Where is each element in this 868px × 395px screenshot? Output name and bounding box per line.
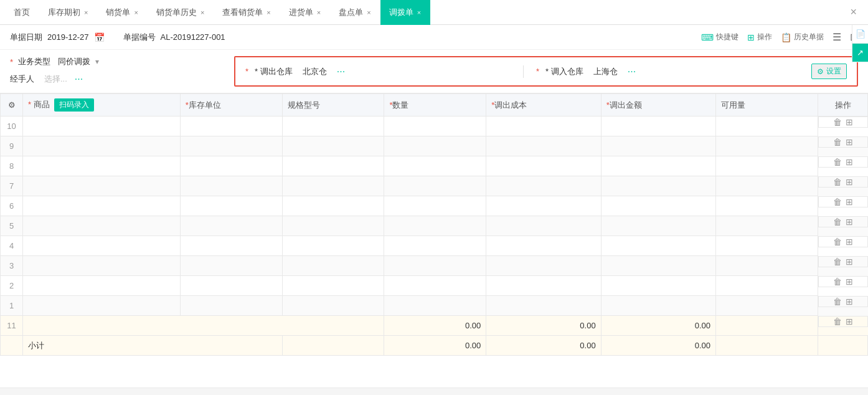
copy-icon-subtotal[interactable]: ⊞ [846,316,853,326]
layout-button1[interactable]: ☰ [833,31,841,43]
copy-icon-3[interactable]: ⊞ [846,257,853,267]
row-unit-2[interactable] [180,276,282,296]
row-spec-8[interactable] [282,156,384,176]
row-goods-5[interactable] [23,216,181,236]
tab-view-sales[interactable]: 查看销货单 × [214,0,280,25]
tab-inventory-init[interactable]: 库存期初 × [39,0,97,25]
row-unit-9[interactable] [180,136,282,156]
row-qty-3[interactable] [384,256,486,276]
delete-icon-2[interactable]: 🗑 [833,277,842,287]
copy-icon-1[interactable]: ⊞ [846,297,853,307]
calendar-icon[interactable]: 📅 [94,32,105,42]
copy-icon-6[interactable]: ⊞ [846,197,853,207]
row-amount-8[interactable] [601,156,715,176]
tab-stocktake[interactable]: 盘点单 × [330,0,380,25]
copy-icon-4[interactable]: ⊞ [846,237,853,247]
delete-icon-10[interactable]: 🗑 [833,117,842,127]
row-unit-8[interactable] [180,156,282,176]
copy-icon-7[interactable]: ⊞ [846,177,853,187]
delete-icon-7[interactable]: 🗑 [833,177,842,187]
tab-close-sales-order[interactable]: × [134,9,138,16]
row-spec-9[interactable] [282,136,384,156]
business-type-value[interactable]: 同价调拨 [58,56,90,67]
row-cost-2[interactable] [486,276,601,296]
row-qty-1[interactable] [384,296,486,316]
row-qty-6[interactable] [384,196,486,216]
row-goods-8[interactable] [23,156,181,176]
row-cost-9[interactable] [486,136,601,156]
row-amount-1[interactable] [601,296,715,316]
copy-icon-9[interactable]: ⊞ [846,137,853,147]
warehouse-in-more-icon[interactable]: ··· [628,66,636,77]
delete-icon-5[interactable]: 🗑 [833,217,842,227]
close-window-icon[interactable]: × [844,6,863,19]
warehouse-out-more-icon[interactable]: ··· [337,66,345,77]
row-unit-5[interactable] [180,216,282,236]
row-qty-9[interactable] [384,136,486,156]
row-cost-8[interactable] [486,156,601,176]
tab-transfer[interactable]: 调拨单 × [380,0,430,25]
tab-close-view-sales[interactable]: × [267,9,270,16]
dropdown-arrow-icon[interactable]: ▾ [95,57,99,66]
tab-close-stocktake[interactable]: × [367,9,370,16]
row-spec-1[interactable] [282,296,384,316]
horizontal-scrollbar[interactable] [0,388,868,395]
row-qty-7[interactable] [384,176,486,196]
row-goods-4[interactable] [23,236,181,256]
row-amount-5[interactable] [601,216,715,236]
row-goods-9[interactable] [23,136,181,156]
copy-icon-8[interactable]: ⊞ [846,157,853,167]
col-gear[interactable]: ⚙ [1,94,23,117]
row-spec-4[interactable] [282,236,384,256]
row-unit-1[interactable] [180,296,282,316]
delete-icon-3[interactable]: 🗑 [833,257,842,267]
row-cost-4[interactable] [486,236,601,256]
row-goods-3[interactable] [23,256,181,276]
tab-purchase[interactable]: 进货单 × [280,0,330,25]
copy-icon-5[interactable]: ⊞ [846,217,853,227]
sidebar-export-btn[interactable]: ↗ [852,44,869,62]
row-unit-6[interactable] [180,196,282,216]
row-spec-5[interactable] [282,216,384,236]
row-spec-3[interactable] [282,256,384,276]
row-qty-8[interactable] [384,156,486,176]
person-more-icon[interactable]: ··· [75,74,83,85]
row-unit-3[interactable] [180,256,282,276]
row-goods-1[interactable] [23,296,181,316]
delete-icon-9[interactable]: 🗑 [833,137,842,147]
copy-icon-2[interactable]: ⊞ [846,277,853,287]
delete-icon-8[interactable]: 🗑 [833,157,842,167]
row-cost-7[interactable] [486,176,601,196]
tab-close-sales-history[interactable]: × [200,9,204,16]
row-amount-2[interactable] [601,276,715,296]
tab-sales-history[interactable]: 销货单历史 × [148,0,214,25]
row-goods-7[interactable] [23,176,181,196]
delete-icon-4[interactable]: 🗑 [833,237,842,247]
row-unit-10[interactable] [180,117,282,136]
tab-close-transfer[interactable]: × [417,9,421,16]
delete-icon-6[interactable]: 🗑 [833,197,842,207]
row-goods-6[interactable] [23,196,181,216]
sidebar-notes-btn[interactable]: 📄 [852,25,869,44]
row-spec-2[interactable] [282,276,384,296]
row-amount-6[interactable] [601,196,715,216]
row-spec-7[interactable] [282,176,384,196]
copy-icon-10[interactable]: ⊞ [846,117,853,127]
tab-close-purchase[interactable]: × [317,9,321,16]
person-select[interactable]: 选择... [44,74,67,85]
row-amount-4[interactable] [601,236,715,256]
row-qty-2[interactable] [384,276,486,296]
tab-home[interactable]: 首页 [5,0,39,25]
row-goods-10[interactable] [23,117,181,136]
row-goods-2[interactable] [23,276,181,296]
row-spec-6[interactable] [282,196,384,216]
row-qty-10[interactable] [384,117,486,136]
history-button[interactable]: 📋 历史单据 [781,32,824,42]
row-spec-10[interactable] [282,117,384,136]
row-qty-4[interactable] [384,236,486,256]
warehouse-in-value[interactable]: 上海仓 [593,66,618,77]
row-amount-9[interactable] [601,136,715,156]
row-cost-10[interactable] [486,117,601,136]
row-cost-3[interactable] [486,256,601,276]
warehouse-out-value[interactable]: 北京仓 [303,66,327,77]
